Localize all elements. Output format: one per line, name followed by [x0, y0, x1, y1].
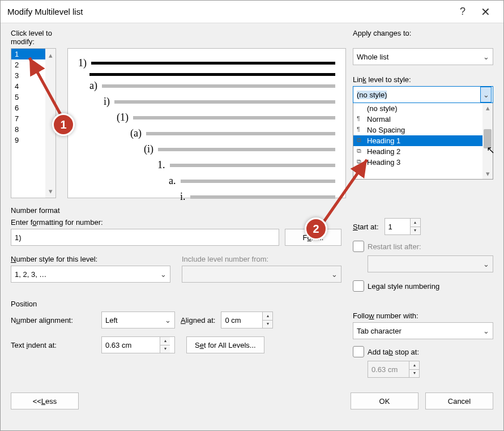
chevron-down-icon: ⌄: [480, 87, 492, 103]
level-item-9[interactable]: 9: [11, 135, 45, 146]
style-option[interactable]: ¶Normal: [353, 114, 482, 125]
level-item-7[interactable]: 7: [11, 113, 45, 124]
less-button[interactable]: << Less: [11, 392, 79, 409]
set-all-levels-button[interactable]: Set for All Levels...: [186, 336, 264, 353]
chevron-down-icon: ⌄: [480, 256, 492, 272]
link-level-select[interactable]: (no style) ⌄: [353, 86, 493, 103]
include-level-select[interactable]: ⌄: [182, 266, 341, 283]
chevron-down-icon: ⌄: [162, 312, 173, 328]
alignment-select[interactable]: Left ⌄: [101, 311, 175, 328]
scroll-up-icon[interactable]: ▴: [486, 104, 490, 112]
chevron-down-icon: ⌄: [157, 266, 169, 282]
link-level-label: Link level to style:: [353, 75, 493, 84]
style-option[interactable]: ⧉Heading 1: [353, 135, 482, 146]
paragraph-icon: ¶: [357, 115, 360, 122]
tabstop-label: Add tab stop at:: [368, 348, 419, 356]
annotation-1: 1: [52, 113, 75, 136]
close-button[interactable]: ✕: [474, 1, 497, 23]
number-format-input[interactable]: [11, 229, 279, 246]
text-indent-label: Text indent at:: [11, 341, 96, 349]
number-style-select[interactable]: 1, 2, 3, … ⌄: [11, 266, 170, 283]
level-item-6[interactable]: 6: [11, 103, 45, 113]
restart-label: Restart list after:: [368, 242, 421, 251]
modify-multilevel-dialog: Modify Multilevel list ? ✕ Click level t…: [0, 0, 504, 431]
level-item-4[interactable]: 4: [11, 81, 45, 92]
apply-changes-select[interactable]: Whole list ⌄: [353, 48, 493, 65]
titlebar: Modify Multilevel list ? ✕: [1, 1, 503, 23]
legal-checkbox[interactable]: [353, 280, 364, 292]
start-at-spinner[interactable]: ▴▾: [385, 218, 421, 235]
level-item-8[interactable]: 8: [11, 124, 45, 135]
follow-select[interactable]: Tab character ⌄: [353, 322, 493, 339]
level-item-3[interactable]: 3: [11, 70, 45, 81]
apply-changes-label: Apply changes to:: [353, 29, 493, 37]
alignment-label: Number alignment:: [11, 316, 96, 325]
scroll-down-icon[interactable]: ▾: [49, 187, 53, 195]
click-level-label: Click level to modify:: [11, 29, 56, 46]
scroll-up-icon[interactable]: ▴: [49, 51, 53, 59]
link-level-listbox[interactable]: (no style)¶Normal¶No Spacing⧉Heading 1⧉H…: [353, 103, 493, 180]
level-list[interactable]: 123456789 ▴ ▾: [11, 48, 56, 198]
enter-format-label: Enter formatting for number:: [11, 218, 341, 227]
style-option[interactable]: ⧉Heading 3: [353, 157, 482, 168]
tabstop-spinner[interactable]: ▴▾: [368, 361, 420, 378]
style-option[interactable]: (no style): [353, 103, 482, 114]
text-indent-spinner[interactable]: ▴▾: [101, 336, 175, 353]
paragraph-icon: ¶: [357, 126, 360, 133]
scroll-down-icon[interactable]: ▾: [486, 170, 490, 178]
aligned-at-spinner[interactable]: ▴▾: [221, 311, 273, 328]
restart-checkbox[interactable]: [353, 241, 364, 252]
follow-label: Follow number with:: [353, 311, 493, 320]
start-at-label: Start at:: [353, 223, 379, 231]
style-option[interactable]: ⧉Heading 2: [353, 146, 482, 157]
help-button[interactable]: ?: [451, 1, 474, 23]
aligned-at-label: Aligned at:: [181, 316, 215, 325]
number-style-label: Number style for this level:: [11, 255, 170, 263]
cursor-icon: ↖: [486, 144, 495, 156]
number-format-heading: Number format: [11, 206, 493, 215]
ok-button[interactable]: OK: [351, 392, 418, 409]
heading-icon: ⧉: [357, 136, 361, 144]
style-option[interactable]: ¶No Spacing: [353, 125, 482, 135]
chevron-down-icon: ⌄: [480, 49, 492, 65]
level-item-2[interactable]: 2: [11, 59, 45, 70]
heading-icon: ⧉: [357, 147, 361, 155]
level-item-1[interactable]: 1: [11, 49, 45, 59]
include-level-label: Include level number from:: [182, 255, 341, 263]
tabstop-checkbox[interactable]: [353, 346, 364, 357]
chevron-down-icon: ⌄: [328, 266, 340, 282]
annotation-2: 2: [305, 217, 327, 240]
heading-icon: ⧉: [357, 158, 361, 165]
list-preview: 1) a) i) (1) (a) (i) 1. a. i.: [67, 48, 346, 198]
level-item-5[interactable]: 5: [11, 92, 45, 103]
dialog-title: Modify Multilevel list: [7, 7, 451, 16]
position-heading: Position: [11, 300, 493, 308]
cancel-button[interactable]: Cancel: [425, 392, 493, 409]
legal-label: Legal style numbering: [368, 282, 439, 291]
listbox-scrollbar[interactable]: ▴ ▾: [482, 103, 493, 179]
chevron-down-icon: ⌄: [480, 323, 492, 339]
restart-after-select[interactable]: ⌄: [368, 255, 493, 272]
